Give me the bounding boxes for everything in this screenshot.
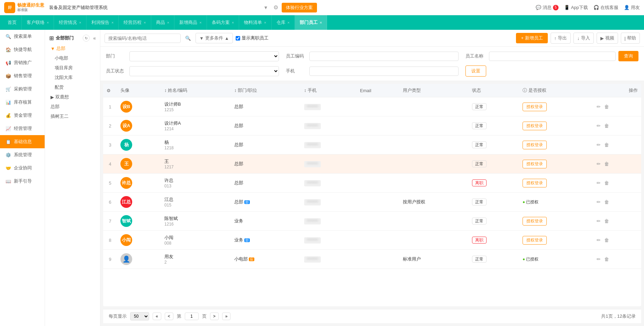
close-icon[interactable]: × [288, 20, 290, 25]
tab-bom[interactable]: 物料清单× [239, 15, 271, 30]
edit-button[interactable]: ✏ [596, 122, 601, 129]
th-name[interactable]: ↕ 姓名/编码 [161, 84, 231, 97]
message-action[interactable]: 💬 消息 5 [536, 5, 559, 11]
sidebar-item-inventory[interactable]: 📊 库存核算 [0, 96, 45, 109]
edit-button[interactable]: ✏ [596, 160, 601, 167]
delete-button[interactable]: 🗑 [604, 218, 610, 224]
auth-button[interactable]: 授权登录 [523, 179, 547, 187]
phone-input[interactable] [309, 67, 459, 76]
set-button[interactable]: 设置 [465, 65, 486, 77]
auth-button[interactable]: 授权登录 [523, 141, 547, 149]
delete-button[interactable]: 🗑 [604, 160, 610, 167]
last-page-btn[interactable]: » [222, 312, 231, 320]
dept-tree-shenyang[interactable]: 沈阳大库 [45, 73, 100, 82]
dept-tree-insert[interactable]: 插树王二 [45, 112, 100, 121]
close-icon[interactable]: × [144, 20, 146, 25]
close-icon[interactable]: × [79, 20, 81, 25]
dept-tree-project[interactable]: 项目库房 [45, 63, 100, 73]
tab-profit[interactable]: 利润报告× [87, 15, 119, 30]
export-button[interactable]: ↑ 导出 [551, 33, 571, 44]
import-button[interactable]: ↓ 导入 [573, 33, 594, 44]
filter-more-button[interactable]: ▼ 更多条件 ▲ [196, 33, 233, 43]
tab-warehouse[interactable]: 仓库× [272, 15, 295, 30]
experience-button[interactable]: 体验行业方案 [282, 3, 317, 12]
tab-customer[interactable]: 客户联络× [22, 15, 54, 30]
sidebar-item-search[interactable]: 🔍 搜索菜单 [0, 30, 45, 43]
edit-button[interactable]: ✏ [596, 237, 601, 244]
close-icon[interactable]: × [199, 20, 201, 25]
show-resigned-checkbox[interactable] [236, 36, 240, 41]
edit-button[interactable]: ✏ [596, 141, 601, 148]
dept-refresh-icon[interactable]: ↻ [83, 35, 90, 42]
tab-home[interactable]: 首页 [3, 15, 22, 30]
tab-history[interactable]: 经营历程× [119, 15, 151, 30]
first-page-btn[interactable]: « [153, 312, 161, 320]
close-icon[interactable]: × [264, 20, 266, 25]
delete-button[interactable]: 🗑 [604, 237, 610, 244]
dept-tree-small-elec[interactable]: 小电部 [45, 53, 100, 63]
close-icon[interactable]: × [167, 20, 169, 25]
status-select[interactable] [129, 66, 279, 76]
query-button[interactable]: 查询 [618, 51, 638, 61]
auth-button[interactable]: 授权登录 [523, 160, 547, 168]
sidebar-item-system[interactable]: ⚙️ 系统管理 [0, 148, 45, 161]
close-icon[interactable]: × [47, 20, 49, 25]
sidebar-item-enterprise[interactable]: 🤝 企业协同 [0, 161, 45, 175]
auth-button[interactable]: 授权登录 [523, 122, 547, 130]
dept-collapse-icon[interactable]: « [93, 35, 96, 41]
tab-barcode[interactable]: 条码方案× [207, 15, 239, 30]
next-page-btn[interactable]: > [210, 312, 219, 320]
sidebar-item-purchase[interactable]: 🛒 采购管理 [0, 82, 45, 96]
view-button[interactable]: ▶ 视频 [597, 33, 618, 44]
close-icon[interactable]: × [232, 20, 234, 25]
dropdown-icon[interactable]: ▾ [264, 4, 267, 11]
dept-tree-general[interactable]: ▼ 总部 [45, 44, 100, 53]
edit-button[interactable]: ✏ [596, 103, 601, 110]
sidebar-item-basic-info[interactable]: 📋 基础信息 [0, 135, 45, 148]
auth-button[interactable]: 授权登录 [523, 103, 547, 111]
name-input[interactable] [489, 52, 616, 61]
delete-button[interactable]: 🗑 [604, 179, 610, 186]
sidebar-item-quick-nav[interactable]: 🏠 快捷导航 [0, 43, 45, 56]
dept-select[interactable] [129, 51, 279, 61]
page-input[interactable] [185, 312, 199, 320]
edit-button[interactable]: ✏ [596, 179, 601, 186]
user-action[interactable]: 👤 用友 [624, 5, 640, 11]
edit-button[interactable]: ✏ [596, 218, 601, 224]
help-button[interactable]: | 帮助 [621, 33, 640, 44]
tab-department[interactable]: 部门员工× [295, 15, 327, 30]
delete-button[interactable]: 🗑 [604, 103, 610, 110]
delete-button[interactable]: 🗑 [604, 199, 610, 205]
per-page-select[interactable]: 50 20 100 [130, 312, 149, 320]
close-icon[interactable]: × [320, 20, 322, 25]
add-employee-button[interactable]: + 新增员工 [516, 33, 547, 43]
search-input[interactable] [105, 34, 181, 43]
sidebar-item-sales[interactable]: 📦 销售管理 [0, 69, 45, 82]
close-icon[interactable]: × [111, 20, 114, 25]
tab-goods[interactable]: 商品× [151, 15, 174, 30]
auth-button[interactable]: 授权登录 [523, 217, 547, 226]
delete-button[interactable]: 🗑 [604, 141, 610, 148]
sidebar-item-finance[interactable]: 💰 资金管理 [0, 109, 45, 122]
sidebar-item-marketing[interactable]: 📢 营销推广 [0, 56, 45, 69]
th-dept[interactable]: ↕ 部门/职位 [231, 84, 301, 97]
tab-add-goods[interactable]: 新增商品× [174, 15, 207, 30]
edit-button[interactable]: ✏ [596, 256, 601, 263]
sidebar-item-guide[interactable]: 📖 新手引导 [0, 175, 45, 188]
th-phone[interactable]: ↕ 手机 [301, 84, 357, 97]
code-input[interactable] [309, 52, 459, 61]
th-settings[interactable]: ⚙ [103, 84, 117, 97]
dept-tree-distribution[interactable]: 配货 [45, 82, 100, 92]
search-button[interactable]: 🔍 [183, 34, 193, 43]
dept-tree-double-deer[interactable]: ▶ 双鹿想 [45, 92, 100, 102]
sidebar-item-management[interactable]: 📈 经营管理 [0, 122, 45, 135]
dept-tree-general2[interactable]: 总部 [45, 102, 100, 112]
settings-icon[interactable]: ⚙ [273, 4, 278, 11]
online-service-action[interactable]: 🎧 在线客服 [593, 5, 618, 11]
prev-page-btn[interactable]: < [165, 312, 173, 320]
edit-button[interactable]: ✏ [596, 199, 601, 205]
tab-operation[interactable]: 经营情况× [54, 15, 86, 30]
app-download-action[interactable]: 📱 App下载 [564, 5, 588, 11]
delete-button[interactable]: 🗑 [604, 122, 610, 129]
show-resigned-label[interactable]: 显示离职员工 [236, 35, 269, 41]
